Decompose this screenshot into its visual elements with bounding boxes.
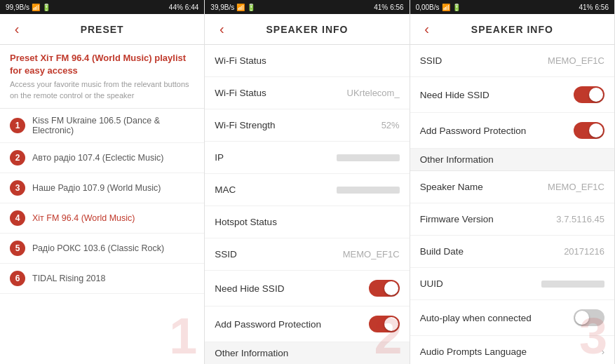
row-value: MEMO_EF1C (548, 182, 604, 192)
list-item-text: TIDAL Rising 2018 (32, 274, 105, 283)
signal-icon-1: 📶 (32, 4, 40, 11)
toggle-thumb (384, 281, 398, 295)
row-value: MEMO_EF1C (343, 249, 400, 259)
row-label: Add Password Protection (215, 319, 321, 330)
row-label: Wi-Fi Status (215, 88, 266, 98)
header-title-2: SPEAKER INFO (213, 24, 400, 35)
panel3-scroll: SSID MEMO_EF1C Need Hide SSID Add Passwo… (410, 45, 614, 364)
row-label: Add Password Protection (420, 126, 527, 136)
auto-play-row[interactable]: Auto-play when connected (410, 300, 614, 336)
row-label: SSID (420, 55, 442, 66)
preset-subtitle: Access your favorite music from the rele… (10, 79, 194, 101)
row-label: Wi-Fi Status (215, 55, 266, 66)
battery-pct-1: 44% (169, 4, 183, 11)
need-hide-ssid-row[interactable]: Need Hide SSID (205, 271, 409, 306)
row-label: Need Hide SSID (420, 90, 489, 100)
preset-title: Preset Хіт FM 96.4 (World Music) playlis… (10, 52, 194, 77)
list-item[interactable]: 2 Авто радіо 107.4 (Eclectic Music) (0, 143, 204, 173)
row-label: Build Date (420, 246, 464, 257)
hotspot-status-row[interactable]: Hotspot Status (205, 206, 409, 238)
audio-prompts-row[interactable]: Audio Prompts Language › (410, 336, 614, 364)
list-number: 5 (10, 241, 25, 256)
battery-icon-3: 🔋 (452, 4, 461, 11)
auto-play-toggle[interactable] (574, 309, 604, 326)
row-label: Firmware Version (420, 214, 494, 224)
time-3: 6:56 (595, 4, 609, 11)
uuid-row[interactable]: UUID (410, 268, 614, 300)
time-2: 6:56 (390, 4, 403, 11)
row-label: Auto-play when connected (420, 313, 532, 323)
header-3: ‹ SPEAKER INFO (410, 14, 614, 45)
list-number: 3 (10, 180, 25, 196)
panel-speaker-info-3: 0,00B/s 📶 🔋 41% 6:56 ‹ SPEAKER INFO SSID… (410, 0, 615, 364)
status-bar-1: 99,9B/s 📶 🔋 44% 6:44 (0, 0, 204, 14)
header-1: ‹ PRESET (0, 14, 204, 45)
header-title-1: PRESET (8, 24, 196, 35)
need-hide-ssid-toggle[interactable] (574, 86, 604, 103)
battery-icon-2: 🔋 (247, 4, 255, 11)
signal-icon-2: 📶 (236, 4, 245, 11)
row-label: Speaker Name (420, 182, 483, 192)
panel3-content: SSID MEMO_EF1C Need Hide SSID Add Passwo… (410, 45, 614, 364)
row-value: MEMO_EF1C (548, 55, 604, 66)
panel1-scroll: Preset Хіт FM 96.4 (World Music) playlis… (0, 45, 204, 364)
back-button-1[interactable]: ‹ (8, 21, 25, 37)
row-value: 52% (381, 120, 400, 130)
toggle-thumb (384, 317, 398, 331)
wifi-strength-row[interactable]: Wi-Fi Strength 52% (205, 109, 409, 142)
mac-row[interactable]: MAC (205, 174, 409, 206)
other-information-section: Other Information (410, 149, 614, 171)
list-number: 6 (10, 271, 25, 286)
toggle-track[interactable] (574, 86, 604, 103)
other-information-section: Other Information (205, 342, 409, 364)
panel2-content: Wi-Fi Status Wi-Fi Status UKrtelecom_ Wi… (205, 45, 409, 364)
need-hide-ssid-row[interactable]: Need Hide SSID (410, 77, 614, 113)
add-password-protection-row[interactable]: Add Password Protection (410, 113, 614, 149)
row-value: UKrtelecom_ (347, 88, 400, 98)
ssid-row[interactable]: SSID MEMO_EF1C (410, 45, 614, 77)
status-left-2: 39,9B/s 📶 🔋 (210, 4, 255, 11)
row-label: Wi-Fi Strength (215, 120, 275, 130)
list-item[interactable]: 1 Kiss FM Ukraine 106.5 (Dance & Electro… (0, 109, 204, 143)
toggle-track[interactable] (574, 122, 604, 139)
toggle-track[interactable] (574, 309, 604, 326)
add-password-toggle[interactable] (574, 122, 604, 139)
ip-row[interactable]: IP (205, 142, 409, 174)
add-password-toggle[interactable] (369, 316, 400, 332)
add-password-protection-row[interactable]: Add Password Protection (205, 306, 409, 342)
list-item[interactable]: 3 Наше Радіо 107.9 (World Music) (0, 173, 204, 203)
build-date-row[interactable]: Build Date 20171216 (410, 236, 614, 268)
status-right-1: 44% 6:44 (169, 4, 198, 11)
preset-description: Preset Хіт FM 96.4 (World Music) playlis… (0, 45, 204, 109)
row-value: 3.7.5116.45 (556, 214, 604, 224)
firmware-version-row[interactable]: Firmware Version 3.7.5116.45 (410, 203, 614, 236)
toggle-thumb (589, 123, 603, 137)
list-item[interactable]: 6 TIDAL Rising 2018 (0, 264, 204, 294)
list-item-text: Авто радіо 107.4 (Eclectic Music) (32, 153, 163, 163)
need-hide-ssid-toggle[interactable] (369, 280, 400, 297)
back-button-3[interactable]: ‹ (419, 21, 435, 37)
time-1: 6:44 (185, 4, 198, 11)
speaker-name-row[interactable]: Speaker Name MEMO_EF1C (410, 171, 614, 203)
list-number: 2 (10, 150, 25, 166)
list-item[interactable]: 4 Хіт FM 96.4 (World Music) (0, 203, 204, 234)
ssid-row[interactable]: SSID MEMO_EF1C (205, 238, 409, 271)
status-left-1: 99,9B/s 📶 🔋 (6, 4, 50, 11)
status-right-3: 41% 6:56 (579, 4, 609, 11)
panel2-scroll: Wi-Fi Status Wi-Fi Status UKrtelecom_ Wi… (205, 45, 409, 364)
panel-speaker-info-2: 39,9B/s 📶 🔋 41% 6:56 ‹ SPEAKER INFO Wi-F… (205, 0, 410, 364)
toggle-track[interactable] (369, 316, 400, 332)
status-bar-2: 39,9B/s 📶 🔋 41% 6:56 (205, 0, 409, 14)
list-item[interactable]: 5 Радіо РОКС 103.6 (Classic Rock) (0, 234, 204, 264)
row-label: Audio Prompts Language (420, 346, 527, 357)
toggle-track[interactable] (369, 280, 400, 297)
list-item-text: Kiss FM Ukraine 106.5 (Dance & Electroni… (32, 116, 194, 135)
list-number: 1 (10, 118, 25, 133)
list-item-text: Радіо РОКС 103.6 (Classic Rock) (32, 243, 164, 253)
row-value: 20171216 (564, 246, 604, 257)
row-label: Hotspot Status (215, 217, 277, 227)
wifi-status-row-2[interactable]: Wi-Fi Status UKrtelecom_ (205, 77, 409, 109)
back-button-2[interactable]: ‹ (213, 21, 230, 37)
panel-preset: 99,9B/s 📶 🔋 44% 6:44 ‹ PRESET Preset Хіт… (0, 0, 205, 364)
wifi-status-row-1[interactable]: Wi-Fi Status (205, 45, 409, 77)
